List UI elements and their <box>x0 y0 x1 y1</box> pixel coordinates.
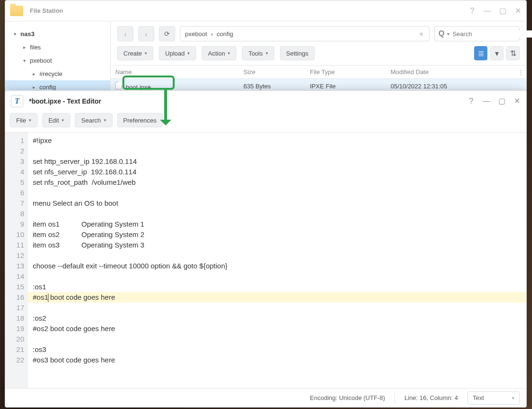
code-editor[interactable]: 12345678910111213141516171819202122 #!ip… <box>5 133 526 388</box>
maximize-icon[interactable]: ▢ <box>498 97 505 105</box>
status-bar: Encoding: Unicode (UTF-8) Line: 16, Colu… <box>5 388 526 407</box>
code-line[interactable] <box>28 146 526 156</box>
code-line[interactable] <box>28 188 526 198</box>
star-icon[interactable]: ★ <box>419 30 424 38</box>
file-station-titlebar: File Station ? — ▢ ✕ <box>5 0 526 21</box>
search-icon: Q <box>439 29 444 38</box>
code-line[interactable] <box>28 271 526 282</box>
col-type[interactable]: File Type <box>305 68 386 76</box>
folder-icon <box>10 6 23 16</box>
chevron-right-icon <box>33 71 37 76</box>
code-line[interactable]: :os2 <box>28 313 526 323</box>
help-icon[interactable]: ? <box>467 97 475 105</box>
encoding-label: Encoding: Unicode (UTF-8) <box>310 394 385 401</box>
app-title: File Station <box>30 7 468 14</box>
tree-item-files[interactable]: files <box>5 40 110 54</box>
chevron-right-icon <box>33 85 37 90</box>
code-line[interactable] <box>28 303 526 313</box>
table-header: Name Size File Type Modified Date ⋮ <box>111 66 526 79</box>
code-line[interactable]: choose --default exit --timeout 10000 op… <box>28 261 526 271</box>
text-editor-window: T *boot.ipxe - Text Editor ? — ▢ ✕ File▾… <box>5 90 527 408</box>
text-editor-menu: File▾ Edit▾ Search▾ Preferences <box>5 111 526 133</box>
create-button[interactable]: Create▾ <box>117 46 153 60</box>
search-input[interactable] <box>452 30 532 38</box>
code-line[interactable]: set http_server_ip 192.168.0.114 <box>28 156 526 167</box>
minimize-icon[interactable]: — <box>483 97 490 105</box>
document-title: *boot.ipxe - Text Editor <box>29 97 462 105</box>
code-line[interactable]: item os3 Operating System 3 <box>28 240 526 250</box>
chevron-down-icon: ▾ <box>512 396 514 400</box>
code-line[interactable]: :os3 <box>28 344 526 355</box>
tools-button[interactable]: Tools▾ <box>242 46 274 60</box>
chevron-down-icon <box>14 31 18 37</box>
file-menu[interactable]: File▾ <box>10 113 37 127</box>
chevron-down-icon <box>23 58 27 63</box>
file-table: Name Size File Type Modified Date ⋮ boot… <box>111 65 526 93</box>
code-line[interactable] <box>28 250 526 261</box>
chevron-down-icon: ▾ <box>447 31 449 37</box>
file-station-actions: Create▾ Upload▾ Action▾ Tools▾ Settings … <box>111 46 526 65</box>
col-date[interactable]: Modified Date <box>386 68 513 76</box>
search-menu[interactable]: Search▾ <box>75 113 112 127</box>
col-size[interactable]: Size <box>239 68 305 76</box>
action-button[interactable]: Action▾ <box>202 46 236 60</box>
syntax-mode-select[interactable]: Text ▾ <box>467 391 520 405</box>
code-line[interactable]: :os1 <box>28 282 526 292</box>
close-icon[interactable]: ✕ <box>513 97 521 105</box>
code-area[interactable]: #!ipxeset http_server_ip 192.168.0.114se… <box>28 133 526 388</box>
cursor-position: Line: 16, Column: 4 <box>404 394 458 401</box>
sort-button[interactable]: ⇅ <box>506 46 520 60</box>
col-name[interactable]: Name <box>111 68 239 76</box>
chevron-right-icon: › <box>211 30 213 38</box>
code-line[interactable] <box>28 209 526 219</box>
line-gutter: 12345678910111213141516171819202122 <box>5 133 28 388</box>
code-line[interactable]: item os2 Operating System 2 <box>28 229 526 240</box>
search-box[interactable]: Q▾ <box>434 26 520 41</box>
code-line[interactable]: set nfs_server_ip 192.168.0.114 <box>28 167 526 177</box>
minimize-icon[interactable]: — <box>484 7 491 15</box>
view-options-button[interactable]: ▾ <box>490 46 504 60</box>
maximize-icon[interactable]: ▢ <box>499 7 506 15</box>
code-line[interactable] <box>28 334 526 344</box>
more-options-icon[interactable]: ⋮ <box>513 68 526 76</box>
upload-button[interactable]: Upload▾ <box>159 46 196 60</box>
close-icon[interactable]: ✕ <box>514 7 522 15</box>
breadcrumb[interactable]: pxeboot › config ★ <box>180 26 429 41</box>
code-line[interactable]: #os1 boot code goes here <box>28 292 526 303</box>
file-icon <box>115 82 122 89</box>
chevron-right-icon <box>23 45 27 50</box>
preferences-menu[interactable]: Preferences <box>117 113 163 127</box>
text-editor-titlebar: T *boot.ipxe - Text Editor ? — ▢ ✕ <box>5 91 526 111</box>
back-button[interactable]: ‹ <box>117 26 133 41</box>
settings-button[interactable]: Settings <box>280 46 315 60</box>
folder-tree: nas3 files pxeboot #recycle config <box>5 21 111 92</box>
list-view-button[interactable]: ≣ <box>474 46 487 60</box>
file-station-toolbar: ‹ › ⟳ pxeboot › config ★ Q▾ <box>111 21 526 46</box>
tree-item-pxeboot[interactable]: pxeboot <box>5 54 110 67</box>
code-line[interactable]: set nfs_root_path /volume1/web <box>28 177 526 188</box>
text-editor-icon: T <box>11 95 23 107</box>
file-station-window: File Station ? — ▢ ✕ nas3 files <box>5 0 527 93</box>
edit-menu[interactable]: Edit▾ <box>42 113 70 127</box>
forward-button[interactable]: › <box>138 26 154 41</box>
code-line[interactable]: #!ipxe <box>28 135 526 146</box>
tree-root[interactable]: nas3 <box>5 27 110 40</box>
help-icon[interactable]: ? <box>468 7 476 15</box>
code-line[interactable]: menu Select an OS to boot <box>28 198 526 209</box>
code-line[interactable]: item os1 Operating System 1 <box>28 219 526 229</box>
code-line[interactable]: #os3 boot code goes here <box>28 355 526 365</box>
tree-item-recycle[interactable]: #recycle <box>5 67 110 80</box>
refresh-button[interactable]: ⟳ <box>159 26 175 41</box>
code-line[interactable]: #os2 boot code goes here <box>28 323 526 334</box>
